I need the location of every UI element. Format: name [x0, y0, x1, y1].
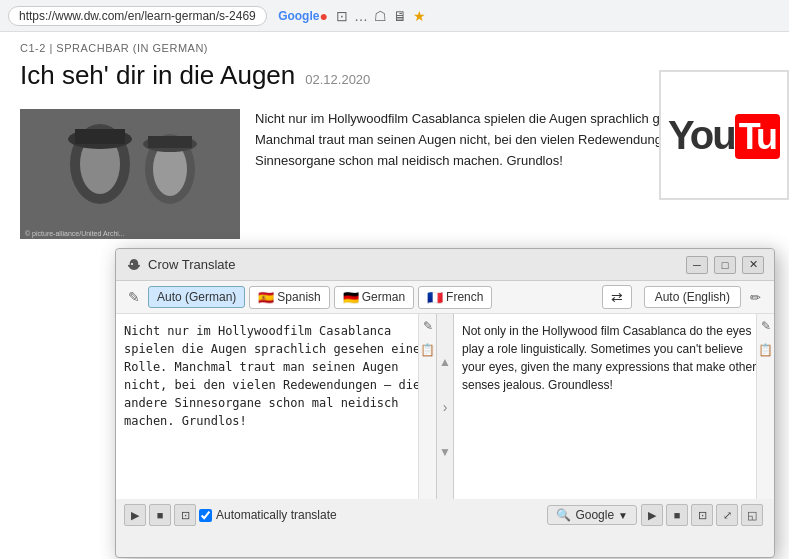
auto-german-label: Auto (German): [157, 290, 236, 304]
panel-divider: ▲ › ▼: [436, 314, 454, 499]
browser-icon-grid[interactable]: ⊡: [336, 8, 348, 24]
german-button[interactable]: 🇩🇪 German: [334, 286, 414, 309]
right-side-icons: ✎ 📋: [756, 314, 774, 499]
german-flag: 🇩🇪: [343, 290, 359, 305]
google-label: Google: [278, 9, 319, 23]
copy-source-button[interactable]: ⊡: [174, 504, 196, 526]
scroll-arrow-down: ▼: [439, 445, 451, 459]
dialog-toolbar: ✎ Auto (German) 🇪🇸 Spanish 🇩🇪 German 🇫🇷 …: [116, 281, 774, 314]
article-title: Ich seh' dir in die Augen: [20, 60, 295, 91]
url-display[interactable]: https://www.dw.com/en/learn-german/s-246…: [8, 6, 267, 26]
svg-point-10: [131, 263, 133, 265]
image-placeholder: © picture-alliance/United Archi...: [20, 109, 240, 239]
translated-text: Not only in the Hollywood film Casablanc…: [454, 314, 774, 499]
spanish-flag: 🇪🇸: [258, 290, 274, 305]
panels-wrapper: ✎ 📋 ▲ › ▼ Not only in the Hollywood film…: [116, 314, 774, 499]
spanish-label: Spanish: [277, 290, 320, 304]
browser-icon-menu[interactable]: …: [354, 8, 368, 24]
french-flag: 🇫🇷: [427, 290, 443, 305]
article-body: © picture-alliance/United Archi... Nicht…: [20, 109, 769, 239]
auto-english-button[interactable]: Auto (English): [644, 286, 741, 308]
french-button[interactable]: 🇫🇷 French: [418, 286, 492, 309]
browser-icon-star[interactable]: ★: [413, 8, 426, 24]
article-image: © picture-alliance/United Archi...: [20, 109, 240, 239]
youtube-text: YouTu: [668, 113, 780, 158]
dialog-titlebar: Crow Translate ─ □ ✕: [116, 249, 774, 281]
auto-english-label: Auto (English): [655, 290, 730, 304]
spanish-button[interactable]: 🇪🇸 Spanish: [249, 286, 329, 309]
dialog-controls: ─ □ ✕: [686, 256, 764, 274]
edit-source-icon[interactable]: ✎: [124, 287, 144, 307]
maximize-button[interactable]: □: [714, 256, 736, 274]
arrow-right-icon[interactable]: ›: [443, 399, 448, 415]
target-listen-button[interactable]: 📋: [757, 342, 774, 358]
google-search-icon: 🔍: [556, 508, 571, 522]
browser-icon-shield[interactable]: ☖: [374, 8, 387, 24]
minimize-button[interactable]: ─: [686, 256, 708, 274]
swap-button[interactable]: ⇄: [602, 285, 632, 309]
expand-target-button[interactable]: ⤢: [716, 504, 738, 526]
browser-icons: ⊡ … ☖ 🖥 ★: [336, 8, 426, 24]
german-label: German: [362, 290, 405, 304]
auto-translate-checkbox[interactable]: [199, 509, 212, 522]
stop-source-button[interactable]: ■: [149, 504, 171, 526]
swap-icon: ⇄: [611, 289, 623, 305]
source-textarea[interactable]: [116, 314, 436, 499]
french-label: French: [446, 290, 483, 304]
google-dot: ●: [319, 8, 327, 24]
close-button[interactable]: ✕: [742, 256, 764, 274]
dropdown-arrow-icon: ▼: [618, 510, 628, 521]
breadcrumb: C1-2 | SPRACHBAR (IN GERMAN): [20, 42, 769, 54]
play-target-button[interactable]: ▶: [641, 504, 663, 526]
right-panel: Not only in the Hollywood film Casablanc…: [454, 314, 774, 499]
google-engine-label: Google: [575, 508, 614, 522]
page-content: C1-2 | SPRACHBAR (IN GERMAN) Ich seh' di…: [0, 32, 789, 262]
edit-target-icon[interactable]: ✏: [745, 288, 766, 307]
dialog-bottom-bar: ▶ ■ ⊡ Automatically translate 🔍 Google ▼…: [116, 499, 774, 531]
svg-rect-0: [20, 109, 240, 239]
left-side-icons: ✎ 📋: [418, 314, 436, 499]
play-source-button[interactable]: ▶: [124, 504, 146, 526]
browser-icon-cloud[interactable]: 🖥: [393, 8, 407, 24]
svg-rect-6: [75, 129, 125, 144]
svg-text:© picture-alliance/United Arch: © picture-alliance/United Archi...: [25, 230, 125, 238]
crow-translate-dialog: Crow Translate ─ □ ✕ ✎ Auto (German) 🇪🇸 …: [115, 248, 775, 558]
youtube-box: YouTu: [659, 70, 789, 200]
target-copy-button[interactable]: ✎: [760, 318, 772, 334]
source-listen-button[interactable]: 📋: [419, 342, 436, 358]
article-date: 02.12.2020: [305, 72, 370, 87]
auto-translate-label[interactable]: Automatically translate: [199, 508, 337, 522]
browser-toolbar: https://www.dw.com/en/learn-german/s-246…: [0, 0, 789, 32]
left-panel: ✎ 📋: [116, 314, 436, 499]
scroll-arrow-up: ▲: [439, 355, 451, 369]
window-target-button[interactable]: ◱: [741, 504, 763, 526]
google-engine-button[interactable]: 🔍 Google ▼: [547, 505, 637, 525]
auto-german-button[interactable]: Auto (German): [148, 286, 245, 308]
source-copy-button[interactable]: ✎: [422, 318, 434, 334]
copy-target-button[interactable]: ⊡: [691, 504, 713, 526]
stop-target-button[interactable]: ■: [666, 504, 688, 526]
crow-icon: [126, 257, 142, 273]
svg-rect-8: [148, 136, 192, 148]
dialog-title: Crow Translate: [148, 257, 686, 272]
